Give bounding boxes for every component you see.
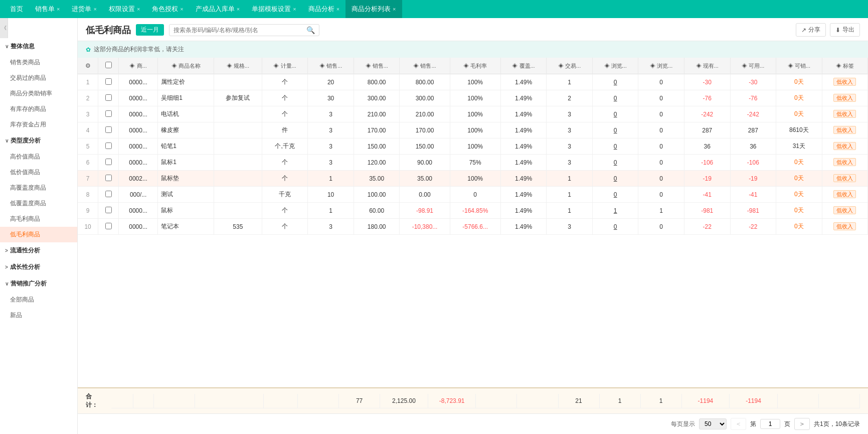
prev-page-btn[interactable]: ＜ [731,418,746,430]
cell-browse1[interactable]: 0 [592,106,638,122]
col-header-transaction[interactable]: ◈ 交易... [547,58,593,74]
cell-checkbox[interactable] [98,138,119,155]
browse-link[interactable]: 0 [614,95,617,102]
nav-item-商品分析[interactable]: 商品分析× [302,0,345,18]
row-checkbox[interactable] [105,94,112,101]
cell-browse1[interactable]: 0 [592,187,638,203]
close-icon[interactable]: × [180,6,183,12]
cell-browse1[interactable]: 0 [592,138,638,155]
sidebar-group-类型度分析[interactable]: ∨类型度分析 [0,132,77,149]
sidebar-item-低毛利商品[interactable]: 低毛利商品 [0,227,77,242]
nav-item-角色授权[interactable]: 角色授权× [146,0,189,18]
close-icon[interactable]: × [137,6,140,12]
cell-checkbox[interactable] [98,219,119,235]
cell-checkbox[interactable] [98,74,119,90]
cell-browse1[interactable]: 0 [592,122,638,138]
sidebar-item-交易过的商品[interactable]: 交易过的商品 [0,70,77,86]
col-header-sellable[interactable]: ◈ 可销... [776,58,822,74]
browse-link[interactable]: 0 [614,143,617,150]
row-checkbox[interactable] [105,175,112,181]
cell-checkbox[interactable] [98,106,119,122]
col-header-spec[interactable]: ◈ 规格... [214,58,262,74]
col-header-browse1[interactable]: ◈ 浏览... [592,58,638,74]
search-input[interactable] [173,27,306,34]
col-header-name[interactable]: ◈ 商品名称 [158,58,214,74]
nav-item-商品分析列表[interactable]: 商品分析列表× [345,0,402,18]
sidebar-item-库存资金占用[interactable]: 库存资金占用 [0,117,77,132]
cell-checkbox[interactable] [98,122,119,138]
next-page-btn[interactable]: ＞ [794,418,810,430]
sidebar-item-高覆盖度商品[interactable]: 高覆盖度商品 [0,180,77,196]
export-button[interactable]: ⬇ 导出 [830,23,860,37]
sidebar-item-新品[interactable]: 新品 [0,308,77,323]
close-icon[interactable]: × [293,6,296,12]
browse-link[interactable]: 0 [614,159,617,166]
nav-item-首页[interactable]: 首页 [4,0,29,18]
close-icon[interactable]: × [393,6,396,12]
sidebar-item-高价值商品[interactable]: 高价值商品 [0,149,77,165]
col-header-browse2[interactable]: ◈ 浏览... [638,58,684,74]
col-header-sales_amount[interactable]: ◈ 销售... [400,58,450,74]
cell-checkbox[interactable] [98,90,119,106]
page-number-input[interactable] [760,419,780,429]
sidebar-group-流通性分析[interactable]: >流通性分析 [0,242,77,259]
row-checkbox[interactable] [105,223,112,229]
browse-link[interactable]: 0 [614,191,617,198]
cell-checkbox[interactable] [98,155,119,171]
nav-item-单据模板设置[interactable]: 单据模板设置× [246,0,302,18]
period-button[interactable]: 近一月 [136,24,164,36]
sidebar-group-整体信息[interactable]: ∨整体信息 [0,38,77,55]
browse-link[interactable]: 1 [614,207,617,214]
row-checkbox[interactable] [105,126,112,133]
cell-browse1[interactable]: 0 [592,155,638,171]
row-checkbox[interactable] [105,159,112,165]
sidebar-item-有库存的商品[interactable]: 有库存的商品 [0,101,77,117]
browse-link[interactable]: 0 [614,79,617,86]
browse-link[interactable]: 0 [614,223,617,230]
row-checkbox[interactable] [105,191,112,197]
share-button[interactable]: ↗ 分享 [796,23,826,37]
sidebar-item-低覆盖度商品[interactable]: 低覆盖度商品 [0,196,77,211]
sidebar-collapse-btn[interactable]: 《 [0,18,8,38]
close-icon[interactable]: × [93,6,96,12]
col-header-tag[interactable]: ◈ 标签 [822,58,867,74]
row-checkbox[interactable] [105,207,112,213]
row-checkbox[interactable] [105,110,112,117]
close-icon[interactable]: × [237,6,240,12]
col-header-sales_qty[interactable]: ◈ 销售... [308,58,354,74]
col-header-sales_price[interactable]: ◈ 销售... [354,58,400,74]
gear-icon[interactable]: ⚙ [85,62,91,69]
nav-item-销售单[interactable]: 销售单× [29,0,66,18]
browse-link[interactable]: 0 [614,127,617,134]
row-checkbox[interactable] [105,142,112,149]
browse-link[interactable]: 0 [614,111,617,118]
cell-browse1[interactable]: 0 [592,171,638,187]
cell-browse1[interactable]: 0 [592,74,638,90]
cell-checkbox[interactable] [98,187,119,203]
sidebar-group-成长性分析[interactable]: >成长性分析 [0,259,77,275]
col-header-coverage[interactable]: ◈ 覆盖... [500,58,547,74]
sidebar-item-低价值商品[interactable]: 低价值商品 [0,165,77,180]
nav-item-权限设置[interactable]: 权限设置× [103,0,146,18]
sidebar-item-高毛利商品[interactable]: 高毛利商品 [0,211,77,227]
sidebar-group-营销推广分析[interactable]: ∨营销推广分析 [0,275,77,292]
col-header-available[interactable]: ◈ 可用... [730,58,776,74]
col-header-unit[interactable]: ◈ 计量... [262,58,308,74]
cell-browse1[interactable]: 0 [592,90,638,106]
sidebar-item-全部商品[interactable]: 全部商品 [0,292,77,308]
col-header-gross_margin[interactable]: ◈ 毛利率 [450,58,500,74]
sidebar-item-商品分类助销率[interactable]: 商品分类助销率 [0,86,77,101]
cell-checkbox[interactable] [98,203,119,219]
nav-item-产成品入库单[interactable]: 产成品入库单× [190,0,246,18]
per-page-select[interactable]: 50 20 100 [699,418,727,429]
sidebar-item-销售类商品[interactable]: 销售类商品 [0,55,77,70]
browse-link[interactable]: 0 [614,175,617,182]
col-header-current[interactable]: ◈ 现有... [684,58,730,74]
col-header-code[interactable]: ◈ 商... [119,58,158,74]
select-all-checkbox[interactable] [105,62,112,68]
cell-browse1[interactable]: 0 [592,219,638,235]
cell-checkbox[interactable] [98,171,119,187]
row-checkbox[interactable] [105,78,112,85]
cell-browse1[interactable]: 1 [592,203,638,219]
close-icon[interactable]: × [57,6,60,12]
